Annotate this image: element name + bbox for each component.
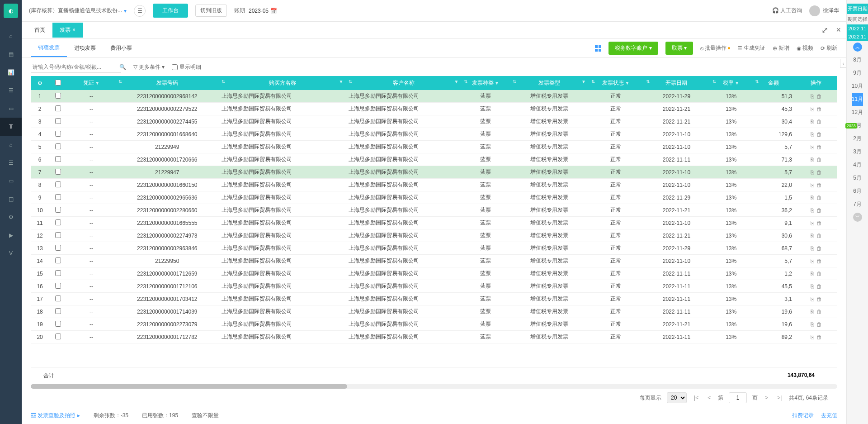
nav-play-icon[interactable]: ▶ bbox=[0, 226, 22, 244]
date-month[interactable]: 11月 bbox=[852, 93, 863, 106]
date-month[interactable]: 7月 bbox=[852, 198, 863, 211]
logo-icon[interactable]: ◐ bbox=[4, 4, 18, 18]
edit-icon[interactable]: ⎘ bbox=[811, 283, 814, 290]
grid-view-icon[interactable] bbox=[595, 45, 601, 52]
row-checkbox[interactable] bbox=[55, 118, 61, 124]
date-month[interactable]: 2月 bbox=[852, 132, 863, 145]
row-checkbox[interactable] bbox=[55, 219, 61, 225]
row-checkbox[interactable] bbox=[55, 333, 61, 339]
delete-icon[interactable]: 🗑 bbox=[816, 182, 822, 188]
nav-tray-icon[interactable]: ◫ bbox=[0, 190, 22, 208]
edit-icon[interactable]: ⎘ bbox=[811, 207, 814, 214]
horizontal-scrollbar[interactable] bbox=[31, 384, 837, 389]
col-checkbox[interactable] bbox=[49, 76, 67, 90]
nav-warehouse-icon[interactable]: ⌂ bbox=[0, 136, 22, 154]
delete-icon[interactable]: 🗑 bbox=[816, 157, 822, 163]
delete-icon[interactable]: 🗑 bbox=[816, 321, 822, 328]
col-kind[interactable]: 发票种类▼ bbox=[461, 76, 509, 90]
nav-book-icon[interactable]: ▭ bbox=[0, 100, 22, 118]
tab-home[interactable]: 首页 bbox=[27, 23, 52, 38]
row-checkbox[interactable] bbox=[55, 270, 61, 276]
col-invoice-no[interactable]: 发票号码 bbox=[116, 76, 219, 90]
edit-icon[interactable]: ⎘ bbox=[811, 258, 814, 264]
per-page-select[interactable]: 20 bbox=[667, 392, 687, 403]
row-checkbox[interactable] bbox=[55, 194, 61, 200]
edit-icon[interactable]: ⎘ bbox=[811, 106, 814, 112]
nav-v-icon[interactable]: V bbox=[0, 244, 22, 262]
row-checkbox[interactable] bbox=[55, 295, 61, 301]
video-action[interactable]: ◉ 视频 bbox=[797, 44, 813, 52]
scroll-up-icon[interactable]: ︽ bbox=[853, 43, 862, 52]
table-row[interactable]: 20--22312000000001712782上海思多励国际贸易有限公司上海思… bbox=[31, 331, 837, 343]
gen-voucher-action[interactable]: ☰ 生成凭证 bbox=[737, 44, 765, 52]
switch-old-button[interactable]: 切到旧版 bbox=[195, 5, 227, 17]
col-status[interactable]: 发票状态▼ bbox=[589, 76, 643, 90]
date-month[interactable]: 4月 bbox=[852, 158, 863, 172]
close-panel-icon[interactable]: × bbox=[836, 25, 841, 35]
tax-account-button[interactable]: 税务数字账户 ▾ bbox=[609, 42, 658, 55]
edit-icon[interactable]: ⎘ bbox=[811, 309, 814, 315]
edit-icon[interactable]: ⎘ bbox=[811, 182, 814, 188]
first-page-icon[interactable]: |< bbox=[692, 395, 700, 401]
table-row[interactable]: 14--21229950上海思多励国际贸易有限公司上海思多励国际贸易有限公司蓝票… bbox=[31, 255, 837, 267]
row-checkbox[interactable] bbox=[55, 169, 61, 175]
nav-home-icon[interactable]: ⌂ bbox=[0, 27, 22, 45]
row-checkbox[interactable] bbox=[55, 245, 61, 251]
deduct-record-link[interactable]: 扣费记录 bbox=[792, 412, 814, 419]
nav-file-icon[interactable]: ▭ bbox=[0, 172, 22, 190]
get-invoice-button[interactable]: 取票 ▾ bbox=[665, 42, 693, 55]
delete-icon[interactable]: 🗑 bbox=[816, 258, 822, 264]
table-row[interactable]: 19--22312000000002273079上海思多励国际贸易有限公司上海思… bbox=[31, 318, 837, 331]
delete-icon[interactable]: 🗑 bbox=[816, 309, 822, 315]
table-row[interactable]: 15--22312000000001712659上海思多励国际贸易有限公司上海思… bbox=[31, 267, 837, 280]
delete-icon[interactable]: 🗑 bbox=[816, 207, 822, 214]
nav-hand-icon[interactable]: ☰ bbox=[0, 154, 22, 172]
delete-icon[interactable]: 🗑 bbox=[816, 195, 822, 201]
workbench-button[interactable]: 工作台 bbox=[153, 4, 188, 18]
tab-invoice[interactable]: 发票× bbox=[52, 23, 83, 38]
col-customer[interactable]: 客户名称▼ bbox=[346, 76, 461, 90]
show-details-checkbox[interactable]: 显示明细 bbox=[172, 63, 201, 71]
calendar-icon[interactable]: 📅 bbox=[270, 8, 277, 14]
date-month[interactable]: 6月 bbox=[852, 185, 863, 198]
row-checkbox[interactable] bbox=[55, 105, 61, 111]
search-icon[interactable]: 🔍 bbox=[119, 64, 126, 70]
delete-icon[interactable]: 🗑 bbox=[816, 233, 822, 239]
delete-icon[interactable]: 🗑 bbox=[816, 245, 822, 252]
date-month[interactable]: 10月 bbox=[852, 80, 863, 93]
edit-icon[interactable]: ⎘ bbox=[811, 131, 814, 138]
nav-gear-icon[interactable]: ⚙ bbox=[0, 208, 22, 226]
row-checkbox[interactable] bbox=[55, 207, 61, 213]
note-icon[interactable]: ☰ bbox=[134, 5, 146, 17]
date-month[interactable]: 8月 bbox=[852, 53, 863, 67]
scroll-down-icon[interactable]: ︾ bbox=[853, 213, 862, 222]
expand-panel-icon[interactable]: ⤢ bbox=[821, 25, 828, 35]
period-value[interactable]: 2023-05 bbox=[249, 8, 269, 14]
table-row[interactable]: 8--22312000000001660150上海思多励国际贸易有限公司上海思多… bbox=[31, 179, 837, 191]
row-checkbox[interactable] bbox=[55, 257, 61, 263]
add-action[interactable]: ⊕ 新增 bbox=[773, 44, 789, 52]
edit-icon[interactable]: ⎘ bbox=[811, 157, 814, 163]
last-page-icon[interactable]: >| bbox=[775, 395, 783, 401]
date-month[interactable]: 1月2023 bbox=[852, 119, 863, 132]
col-date[interactable]: 开票日期 bbox=[643, 76, 710, 90]
table-row[interactable]: 1--22312000000002968142上海思多励国际贸易有限公司上海思多… bbox=[31, 90, 837, 103]
delete-icon[interactable]: 🗑 bbox=[816, 169, 822, 176]
row-checkbox[interactable] bbox=[55, 321, 61, 327]
recharge-link[interactable]: 去充值 bbox=[821, 412, 837, 419]
delete-icon[interactable]: 🗑 bbox=[816, 144, 822, 150]
company-dropdown[interactable]: (库存核算）直播畅捷通信息技术股份... ▾ bbox=[29, 7, 127, 14]
batch-action[interactable]: ⎋ 批量操作 bbox=[700, 44, 730, 52]
edit-icon[interactable]: ⎘ bbox=[811, 296, 814, 302]
date-month[interactable]: 3月 bbox=[852, 145, 863, 158]
edit-icon[interactable]: ⎘ bbox=[811, 169, 814, 176]
page-input[interactable] bbox=[729, 392, 747, 403]
edit-icon[interactable]: ⎘ bbox=[811, 144, 814, 150]
date-year-1[interactable]: 2022.11 bbox=[847, 24, 868, 33]
table-row[interactable]: 11--22312000000001665555上海思多励国际贸易有限公司上海思… bbox=[31, 217, 837, 229]
delete-icon[interactable]: 🗑 bbox=[816, 283, 822, 290]
edit-icon[interactable]: ⎘ bbox=[811, 233, 814, 239]
table-row[interactable]: 4--22312000000001668640上海思多励国际贸易有限公司上海思多… bbox=[31, 128, 837, 141]
col-amount[interactable]: 金额 bbox=[752, 76, 795, 90]
table-row[interactable]: 5--21229949上海思多励国际贸易有限公司上海思多励国际贸易有限公司蓝票增… bbox=[31, 141, 837, 153]
